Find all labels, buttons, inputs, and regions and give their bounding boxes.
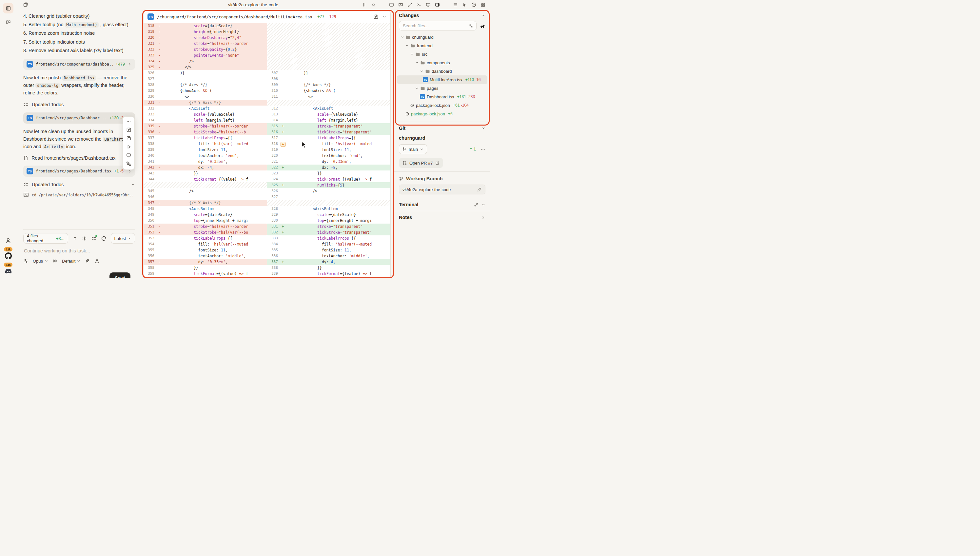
copy-icon[interactable]: [126, 136, 131, 141]
tree-row-dashboard[interactable]: dashboard: [399, 67, 485, 75]
notes-section-header[interactable]: Notes: [399, 211, 485, 220]
collapse-up-icon[interactable]: [371, 2, 376, 7]
diff-line: 338 fill: 'hsl(var(--muted: [144, 141, 267, 147]
commits-ahead[interactable]: 1: [469, 147, 476, 152]
chevron-down-icon[interactable]: [131, 183, 135, 186]
tree-file-name: MultiLineArea.tsx: [430, 78, 462, 82]
latest-dropdown[interactable]: Latest: [111, 233, 135, 244]
mode-dropdown[interactable]: Default: [62, 259, 81, 263]
diff-sign: [280, 76, 286, 82]
window-stack-icon[interactable]: [23, 2, 28, 7]
diff-sign: -: [157, 129, 162, 135]
tree-file-name: package-lock.json: [411, 112, 445, 116]
file-chip[interactable]: TSfrontend/src/pages/Dashboar...+130 -2: [23, 112, 135, 124]
code-text: tickLabelProps={{: [162, 135, 267, 141]
changes-section-header[interactable]: Changes: [399, 9, 485, 18]
terminal-icon: [23, 192, 29, 198]
tool-call-row[interactable]: Updated Todos: [23, 182, 135, 187]
collapse-tree-icon[interactable]: [469, 24, 473, 28]
app-icon[interactable]: [3, 3, 13, 13]
comment-icon[interactable]: [398, 2, 403, 7]
working-branch-field[interactable]: vk/4e2a-explore-the-code: [399, 184, 485, 194]
search-input[interactable]: [402, 23, 467, 29]
discord-icon[interactable]: [5, 268, 12, 275]
dog-icon[interactable]: [480, 23, 485, 29]
expand-icon[interactable]: [474, 203, 478, 207]
github-icon[interactable]: [5, 252, 12, 259]
annotate-icon[interactable]: [126, 127, 131, 133]
menu-icon[interactable]: [453, 2, 458, 7]
diff-sign: [280, 253, 286, 259]
tree-row-components[interactable]: components: [399, 58, 485, 67]
add-comment-marker[interactable]: +: [281, 142, 286, 147]
file-chip[interactable]: TSfrontend/src/pages/Dashboard.tsx+1 -5: [23, 166, 135, 177]
line-number: 338: [144, 141, 157, 147]
scroll-up-icon[interactable]: [73, 236, 77, 241]
terminal-icon[interactable]: [417, 2, 421, 7]
inline-diff-icon[interactable]: [373, 14, 379, 19]
diff-sign: -: [157, 23, 162, 29]
more-options-icon[interactable]: [481, 147, 485, 152]
terminal-section-header[interactable]: Terminal: [399, 198, 485, 207]
fast-forward-icon[interactable]: [52, 258, 58, 263]
diff-empty-row: [144, 182, 267, 188]
pause-icon[interactable]: [362, 2, 367, 7]
attach-icon[interactable]: [85, 258, 90, 263]
chevron-down-icon[interactable]: [383, 14, 386, 19]
send-button[interactable]: Send: [110, 272, 131, 278]
diff-line: 351- stroke="hsl(var(--border: [144, 223, 267, 230]
line-number: 314: [267, 117, 280, 123]
file-chip[interactable]: TSfrontend/src/components/dashboa...+479: [23, 59, 135, 70]
code-text: fontSize: 11,: [286, 147, 391, 153]
grid-icon[interactable]: [481, 2, 485, 7]
diff-line: 315+ stroke="transparent": [267, 123, 391, 129]
experiment-icon[interactable]: [94, 258, 100, 263]
branch-selector[interactable]: main: [399, 144, 427, 154]
account-icon[interactable]: [5, 238, 11, 244]
line-number: 337: [144, 135, 157, 141]
git-section-header[interactable]: Git: [399, 122, 485, 131]
model-label: Opus: [33, 259, 43, 263]
tree-row-pages[interactable]: pages: [399, 84, 485, 92]
spark-icon[interactable]: [82, 236, 87, 241]
cursor-icon[interactable]: [462, 2, 467, 7]
open-pr-button[interactable]: Open PR #7: [399, 158, 443, 168]
files-changed-chip[interactable]: 4 files changed +3...: [23, 233, 68, 244]
tree-row-package-lock.json[interactable]: package-lock.json+61 -104: [399, 101, 485, 110]
code-text: fontSize: 11,: [162, 147, 267, 153]
code-text: top={innerHeight + margi: [162, 218, 267, 223]
line-number: 312: [267, 105, 280, 112]
line-number: 327: [267, 194, 280, 200]
code-text: dy: '0.33em',: [162, 159, 267, 165]
terminal-command-row[interactable]: cd /private/var/folders/10/h7w0q46556ggr…: [23, 192, 135, 198]
message-input[interactable]: [23, 248, 136, 254]
document-icon: [23, 155, 29, 161]
drag-handle-icon[interactable]: [126, 119, 131, 124]
preview-icon[interactable]: [126, 153, 131, 158]
panel-right-icon[interactable]: [435, 2, 440, 7]
tree-row-frontend[interactable]: frontend: [399, 41, 485, 50]
help-icon[interactable]: [471, 2, 476, 7]
diff-line: 357- dy: '0.33em',: [144, 259, 267, 265]
todos-status-button[interactable]: [91, 236, 97, 241]
model-dropdown[interactable]: Opus: [33, 259, 48, 263]
tool-call-row[interactable]: Read frontend/src/pages/Dashboard.tsx: [23, 155, 135, 161]
run-icon[interactable]: [126, 144, 131, 149]
tool-call-row[interactable]: Updated Todos: [23, 102, 135, 108]
diff-line: 344 tickFormat={(value) => f: [144, 176, 267, 182]
tree-row-MultiLineArea.tsx[interactable]: TSMultiLineArea.tsx+110 -16: [397, 75, 488, 84]
panel-left-icon[interactable]: [389, 2, 394, 7]
tree-row-src[interactable]: src: [399, 50, 485, 58]
diff-line: 311 <>: [267, 94, 391, 100]
diff-line: 321 dy: '0.33em',: [267, 159, 391, 165]
display-icon[interactable]: [426, 2, 431, 7]
tree-row-churnguard[interactable]: churnguard: [399, 33, 485, 41]
workspaces-button[interactable]: [3, 18, 13, 27]
settings-sliders-icon[interactable]: [23, 258, 29, 263]
tree-row-package-lock.json[interactable]: package-lock.json+6: [399, 110, 485, 118]
file-search[interactable]: [399, 21, 476, 31]
git-compare-icon[interactable]: [126, 161, 131, 166]
edit-pencil-icon[interactable]: [477, 187, 482, 192]
tree-row-Dashboard.tsx[interactable]: TSDashboard.tsx+131 -233: [399, 92, 485, 101]
compare-icon[interactable]: [407, 2, 412, 7]
